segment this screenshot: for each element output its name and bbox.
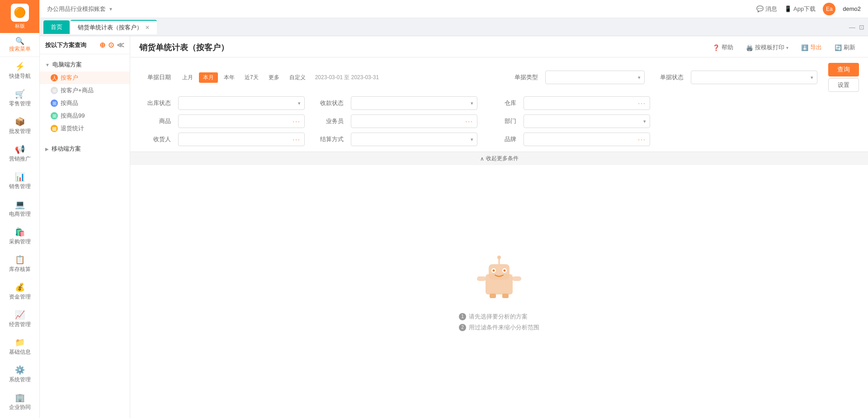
out-status-select[interactable]: ▾ (178, 96, 305, 110)
tree-mobile-arrow: ▶ (45, 147, 49, 152)
by-customer-goods-icon: ⊞ (51, 87, 58, 94)
settle-select[interactable]: ▾ (351, 133, 477, 146)
tab-minimize-icon[interactable]: — (849, 24, 855, 31)
empty-illustration (472, 249, 526, 304)
tab-maximize-icon[interactable]: ⊡ (859, 24, 864, 31)
sidebar-item-purchase[interactable]: 🛍️ 采购管理 (0, 223, 39, 250)
sidebar-item-sales[interactable]: 📊 销售管理 (0, 167, 39, 195)
staff-dots[interactable]: ··· (465, 118, 473, 125)
shortcut-icon: ⚡ (15, 62, 25, 71)
collapse-up-icon: ∧ (480, 156, 484, 162)
sidebar-enterprise-label: 企业协同 (9, 404, 31, 411)
edit-scheme-button[interactable]: ⊙ (108, 41, 114, 49)
goods-label: 商品 (139, 117, 171, 125)
avatar[interactable]: Ea (823, 3, 835, 15)
date-btn-custom[interactable]: 自定义 (285, 72, 310, 83)
type-select[interactable]: ▾ (545, 71, 645, 84)
warehouse-label: 仓库 (485, 99, 516, 107)
sidebar-item-basic[interactable]: 📁 基础信息 (0, 333, 39, 361)
app-download-button[interactable]: 📱 App下载 (784, 5, 816, 13)
tree-child-by-customer[interactable]: 人 按客户 (40, 71, 130, 84)
goods-select[interactable]: ··· (178, 114, 305, 128)
goods-dots[interactable]: ··· (292, 118, 301, 125)
message-button[interactable]: 💬 消息 (756, 5, 777, 13)
empty-tip-1: 1 请先选择要分析的方案 (459, 313, 539, 321)
export-button[interactable]: ⬇️ 导出 (797, 42, 826, 53)
sidebar-item-newbie[interactable]: 🎯 新手引导 (0, 416, 39, 418)
sidebar-sales-label: 销售管理 (9, 183, 31, 190)
sidebar-item-retail[interactable]: 🛒 零售管理 (0, 85, 39, 112)
receiver-dots[interactable]: ··· (292, 136, 301, 143)
collapse-bar[interactable]: ∧ 收起更多条件 (130, 152, 868, 165)
refresh-button[interactable]: 🔄 刷新 (831, 42, 859, 53)
empty-svg (474, 252, 524, 301)
svg-point-7 (497, 256, 501, 259)
export-icon: ⬇️ (801, 44, 808, 51)
help-button[interactable]: ❓ 帮助 (709, 42, 737, 53)
tree-child-by-customer-goods[interactable]: ⊞ 按客户+商品 (40, 84, 130, 97)
empty-tips: 1 请先选择要分析的方案 2 用过滤条件来缩小分析范围 (459, 313, 539, 334)
tree-parent-mobile[interactable]: ▶ 移动端方案 (40, 142, 130, 156)
sidebar-item-enterprise[interactable]: 🏢 企业协同 (0, 388, 39, 416)
help-icon: ❓ (712, 44, 720, 51)
receiver-select[interactable]: ··· (178, 133, 305, 146)
tab-sales-stat[interactable]: 销货单统计表（按客户） ✕ (71, 20, 157, 34)
collapse-panel-button[interactable]: ≪ (117, 41, 124, 49)
sidebar-item-marketing[interactable]: 📢 营销推广 (0, 140, 39, 167)
filter-row-4: 收货人 ··· 结算方式 ▾ 品牌 ··· (139, 133, 859, 146)
sidebar-item-operation[interactable]: 📈 经营管理 (0, 305, 39, 333)
date-btn-this-month[interactable]: 本月 (199, 72, 218, 83)
topbar-dropdown-arrow[interactable]: ▾ (109, 6, 112, 12)
date-btn-7days[interactable]: 近7天 (241, 72, 263, 83)
sidebar-item-shortcut[interactable]: ⚡ 快捷导航 (0, 57, 39, 85)
tree-child-by-goods99[interactable]: ⊞ 按商品99 (40, 109, 130, 122)
by-goods-icon: ⊞ (51, 100, 58, 107)
tree-parent-desktop[interactable]: ▼ 电脑端方案 (40, 58, 130, 71)
sidebar-item-search[interactable]: 🔍 搜索菜单 (0, 33, 39, 57)
warehouse-dots[interactable]: ··· (638, 100, 646, 107)
brand-select[interactable]: ··· (524, 133, 650, 146)
type-dropdown-arrow: ▾ (638, 75, 641, 81)
template-print-button[interactable]: 🖨️ 按模板打印 ▾ (742, 42, 792, 53)
marketing-icon: 📢 (15, 144, 25, 154)
sidebar-wholesale-label: 批发管理 (9, 128, 31, 135)
sidebar-item-inventory[interactable]: 📋 库存核算 (0, 250, 39, 278)
brand-dots[interactable]: ··· (638, 136, 646, 143)
date-btn-last-month[interactable]: 上月 (178, 72, 197, 83)
dept-select[interactable]: ▾ (524, 114, 650, 128)
user-name[interactable]: demo2 (843, 5, 861, 12)
date-btn-more[interactable]: 更多 (264, 72, 283, 83)
ecom-icon: 💻 (15, 200, 25, 209)
collect-status-select[interactable]: ▾ (351, 96, 477, 110)
tree-expand-arrow: ▼ (45, 62, 50, 67)
settings-button[interactable]: 设置 (828, 78, 859, 92)
status-select[interactable]: ▾ (691, 71, 817, 84)
app-download-icon: 📱 (784, 5, 792, 12)
enterprise-icon: 🏢 (15, 393, 25, 403)
date-btn-this-year[interactable]: 本年 (220, 72, 239, 83)
tab-close-icon[interactable]: ✕ (145, 24, 150, 31)
sidebar: 🟠 标版 🔍 搜索菜单 ⚡ 快捷导航 🛒 零售管理 📦 批发管理 📢 营销推广 … (0, 0, 40, 418)
sidebar-finance-label: 资金管理 (9, 293, 31, 301)
out-status-label: 出库状态 (139, 99, 171, 107)
sidebar-item-ecom[interactable]: 💻 电商管理 (0, 195, 39, 223)
query-button[interactable]: 查询 (828, 63, 859, 76)
sidebar-item-system[interactable]: ⚙️ 系统管理 (0, 361, 39, 388)
svg-point-5 (504, 269, 506, 271)
add-scheme-button[interactable]: ⊕ (99, 41, 105, 49)
tab-home[interactable]: 首页 (43, 20, 70, 34)
tree-child-return-stat[interactable]: ▦ 退货统计 (40, 122, 130, 135)
tree-child-by-goods[interactable]: ⊞ 按商品 (40, 97, 130, 109)
brand-label: 品牌 (485, 135, 516, 143)
sidebar-logo[interactable]: 🟠 标版 (0, 0, 39, 33)
warehouse-select[interactable]: ··· (524, 96, 650, 110)
staff-select[interactable]: ··· (351, 114, 477, 128)
date-label: 单据日期 (139, 73, 171, 81)
settle-label: 结算方式 (312, 135, 344, 143)
logo-text: 标版 (15, 23, 25, 29)
sidebar-item-wholesale[interactable]: 📦 批发管理 (0, 112, 39, 140)
sidebar-purchase-label: 采购管理 (9, 238, 31, 246)
sidebar-item-finance[interactable]: 💰 资金管理 (0, 278, 39, 305)
return-stat-icon: ▦ (51, 125, 58, 132)
purchase-icon: 🛍️ (15, 227, 25, 237)
